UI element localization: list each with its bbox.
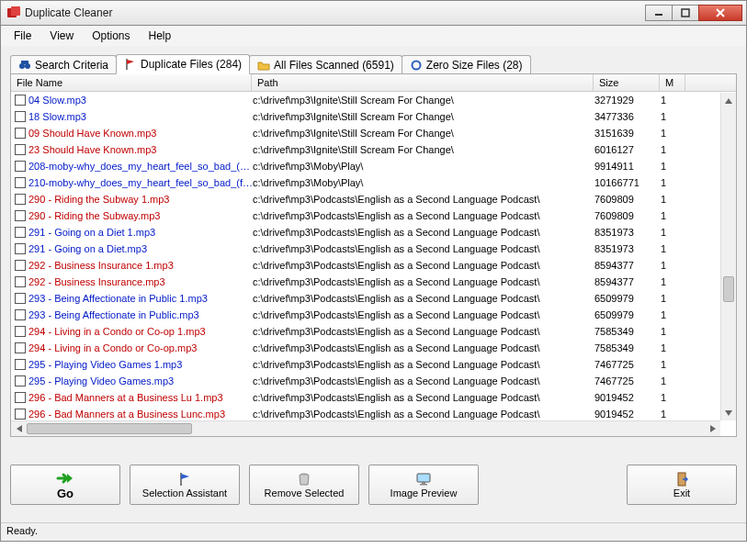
table-row[interactable]: 208-moby-why_does_my_heart_feel_so_bad_(… (11, 158, 736, 174)
tab-search-criteria[interactable]: Search Criteria (10, 55, 117, 74)
row-checkbox[interactable] (15, 227, 26, 238)
col-filename[interactable]: File Name (11, 74, 252, 91)
scroll-left-icon[interactable] (11, 421, 27, 436)
tab-all-files-scanned[interactable]: All Files Scanned (6591) (249, 55, 402, 74)
selection-assistant-button[interactable]: Selection Assistant (130, 465, 240, 505)
table-row[interactable]: 291 - Going on a Diet.mp3c:\drivef\mp3\P… (11, 241, 736, 257)
cell-filename: 294 - Living in a Condo or Co-op 1.mp3 (28, 326, 253, 337)
cell-path: c:\drivef\mp3\Ignite\Still Scream For Ch… (253, 95, 594, 106)
cell-size: 8594377 (594, 276, 661, 287)
svg-rect-3 (682, 9, 689, 17)
cell-m: 1 (661, 161, 686, 172)
titlebar: Duplicate Cleaner (0, 0, 747, 26)
row-checkbox[interactable] (15, 309, 26, 320)
cell-size: 7467725 (594, 359, 661, 370)
row-checkbox[interactable] (15, 95, 26, 106)
table-row[interactable]: 291 - Going on a Diet 1.mp3c:\drivef\mp3… (11, 224, 736, 241)
row-checkbox[interactable] (15, 177, 26, 188)
table-row[interactable]: 295 - Playing Video Games 1.mp3c:\drivef… (11, 356, 736, 373)
file-table: File Name Path Size M 04 Slow.mp3c:\driv… (10, 73, 737, 437)
tab-label: Zero Size Files (28) (426, 59, 523, 72)
scroll-thumb[interactable] (27, 423, 192, 434)
cell-size: 3271929 (594, 95, 661, 106)
scroll-right-icon[interactable] (705, 421, 720, 436)
minimize-button[interactable] (645, 5, 673, 21)
row-checkbox[interactable] (15, 260, 26, 271)
menu-options[interactable]: Options (83, 28, 139, 44)
table-row[interactable]: 290 - Riding the Subway.mp3c:\drivef\mp3… (11, 207, 736, 224)
tab-duplicate-files[interactable]: Duplicate Files (284) (116, 54, 250, 74)
table-row[interactable]: 292 - Business Insurance 1.mp3c:\drivef\… (11, 257, 736, 274)
door-icon (675, 471, 688, 487)
cell-size: 9914911 (594, 161, 661, 172)
row-checkbox[interactable] (15, 359, 26, 370)
button-label: Image Preview (390, 487, 458, 498)
row-checkbox[interactable] (15, 243, 26, 254)
cell-path: c:\drivef\mp3\Moby\Play\ (253, 177, 594, 188)
col-size[interactable]: Size (594, 74, 660, 91)
table-row[interactable]: 292 - Business Insurance.mp3c:\drivef\mp… (11, 274, 736, 290)
cell-path: c:\drivef\mp3\Podcasts\English as a Seco… (253, 359, 594, 370)
table-row[interactable]: 04 Slow.mp3c:\drivef\mp3\Ignite\Still Sc… (11, 92, 736, 108)
vertical-scrollbar[interactable] (720, 93, 736, 420)
menu-help[interactable]: Help (140, 28, 181, 44)
svg-rect-8 (21, 61, 28, 64)
cell-filename: 23 Should Have Known.mp3 (28, 144, 253, 155)
cell-filename: 18 Slow.mp3 (28, 111, 253, 122)
table-row[interactable]: 296 - Bad Manners at a Business Lu 1.mp3… (11, 389, 736, 406)
row-checkbox[interactable] (15, 392, 26, 403)
cell-size: 8594377 (594, 260, 661, 271)
row-checkbox[interactable] (15, 276, 26, 287)
cell-size: 6509979 (594, 293, 661, 304)
col-m[interactable]: M (660, 74, 685, 91)
binoculars-icon (18, 59, 31, 72)
cell-m: 1 (661, 194, 686, 205)
close-button[interactable] (698, 5, 742, 21)
svg-point-10 (412, 61, 420, 69)
table-row[interactable]: 293 - Being Affectionate in Public 1.mp3… (11, 290, 736, 307)
tab-label: Duplicate Files (284) (141, 58, 242, 71)
table-row[interactable]: 210-moby-why_does_my_heart_feel_so_bad_(… (11, 174, 736, 191)
row-checkbox[interactable] (15, 144, 26, 155)
image-preview-button[interactable]: Image Preview (368, 465, 479, 505)
row-checkbox[interactable] (15, 210, 26, 221)
horizontal-scrollbar[interactable] (11, 420, 720, 436)
cell-filename: 291 - Going on a Diet 1.mp3 (28, 227, 253, 238)
cell-m: 1 (661, 227, 686, 238)
row-checkbox[interactable] (15, 342, 26, 353)
table-row[interactable]: 294 - Living in a Condo or Co-op.mp3c:\d… (11, 340, 736, 356)
svg-rect-15 (420, 484, 427, 486)
table-row[interactable]: 18 Slow.mp3c:\drivef\mp3\Ignite\Still Sc… (11, 108, 736, 125)
row-checkbox[interactable] (15, 375, 26, 386)
scroll-thumb[interactable] (723, 276, 734, 302)
col-path[interactable]: Path (252, 74, 594, 91)
cell-m: 1 (661, 95, 686, 106)
scroll-down-icon[interactable] (721, 405, 736, 420)
maximize-button[interactable] (672, 5, 699, 21)
flag-icon (178, 471, 191, 487)
cell-m: 1 (661, 326, 686, 337)
row-checkbox[interactable] (15, 161, 26, 172)
menu-file[interactable]: File (5, 28, 40, 44)
scroll-up-icon[interactable] (721, 93, 736, 108)
row-checkbox[interactable] (15, 409, 26, 420)
cell-path: c:\drivef\mp3\Ignite\Still Scream For Ch… (253, 128, 594, 139)
remove-selected-button[interactable]: Remove Selected (249, 465, 359, 505)
menu-view[interactable]: View (40, 28, 83, 44)
cell-path: c:\drivef\mp3\Moby\Play\ (253, 161, 594, 172)
row-checkbox[interactable] (15, 293, 26, 304)
table-row[interactable]: 23 Should Have Known.mp3c:\drivef\mp3\Ig… (11, 141, 736, 158)
row-checkbox[interactable] (15, 111, 26, 122)
table-row[interactable]: 295 - Playing Video Games.mp3c:\drivef\m… (11, 373, 736, 389)
table-row[interactable]: 09 Should Have Known.mp3c:\drivef\mp3\Ig… (11, 125, 736, 141)
table-row[interactable]: 293 - Being Affectionate in Public.mp3c:… (11, 307, 736, 323)
row-checkbox[interactable] (15, 326, 26, 337)
exit-button[interactable]: Exit (627, 465, 737, 505)
row-checkbox[interactable] (15, 194, 26, 205)
table-row[interactable]: 290 - Riding the Subway 1.mp3c:\drivef\m… (11, 191, 736, 207)
go-button[interactable]: Go (10, 465, 120, 505)
row-checkbox[interactable] (15, 128, 26, 139)
tab-zero-size-files[interactable]: Zero Size Files (28) (402, 55, 531, 74)
cell-m: 1 (661, 260, 686, 271)
table-row[interactable]: 294 - Living in a Condo or Co-op 1.mp3c:… (11, 323, 736, 340)
